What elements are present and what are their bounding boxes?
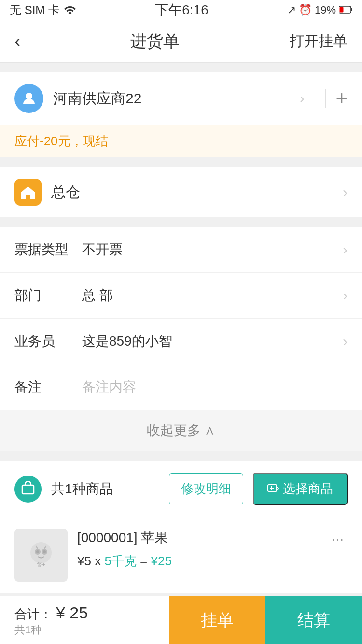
svg-point-6 bbox=[30, 542, 52, 563]
battery-icon bbox=[339, 4, 352, 16]
back-button[interactable]: ‹ bbox=[14, 31, 20, 52]
department-value: 总 部 bbox=[82, 286, 343, 305]
ticket-type-chevron-icon: › bbox=[343, 241, 348, 258]
add-supplier-button[interactable]: + bbox=[335, 88, 348, 109]
alarm-icon: ⏰ bbox=[299, 4, 312, 16]
product-equals: = bbox=[137, 554, 151, 568]
product-item: 督+ [0000001] 苹果 ¥5 x 5千克 = ¥25 ··· bbox=[0, 517, 362, 593]
ticket-type-label: 票据类型 bbox=[14, 240, 82, 259]
bottom-bar: 合计： ¥ 25 共1种 挂单 结算 bbox=[0, 596, 362, 644]
svg-rect-1 bbox=[351, 8, 353, 11]
department-label: 部门 bbox=[14, 286, 82, 305]
supplier-row[interactable]: 河南供应商22 › + bbox=[0, 72, 362, 125]
supplier-name: 河南供应商22 bbox=[53, 89, 300, 109]
svg-point-9 bbox=[36, 550, 39, 553]
salesperson-chevron-icon: › bbox=[343, 333, 348, 350]
product-name: [0000001] 苹果 bbox=[77, 529, 318, 547]
section-gap-4 bbox=[0, 451, 362, 461]
product-unit-price: ¥5 x bbox=[77, 554, 104, 568]
total-label: 合计： bbox=[14, 606, 52, 623]
warehouse-chevron-icon: › bbox=[343, 184, 348, 200]
remark-row[interactable]: 备注 备注内容 bbox=[0, 364, 362, 410]
page-title: 进货单 bbox=[130, 30, 180, 53]
warehouse-icon bbox=[14, 179, 42, 206]
status-bar: 无 SIM 卡 下午6:16 ↗ ⏰ 19% bbox=[0, 0, 362, 20]
select-product-button[interactable]: 选择商品 bbox=[253, 473, 348, 505]
divider bbox=[325, 89, 326, 108]
hang-button[interactable]: 挂单 bbox=[169, 596, 265, 644]
salesperson-row[interactable]: 业务员 这是859的小智 › bbox=[0, 319, 362, 364]
location-icon: ↗ bbox=[287, 4, 296, 16]
svg-point-10 bbox=[43, 550, 46, 553]
ticket-type-row[interactable]: 票据类型 不开票 › bbox=[0, 227, 362, 273]
product-count-icon bbox=[14, 476, 42, 503]
svg-rect-2 bbox=[340, 7, 344, 13]
supplier-avatar bbox=[14, 84, 43, 113]
status-left: 无 SIM 卡 bbox=[10, 2, 76, 18]
product-count-text: 共1种商品 bbox=[51, 480, 159, 498]
product-code: [0000001] bbox=[77, 530, 141, 545]
product-quantity: 5千克 bbox=[104, 554, 136, 568]
remark-label: 备注 bbox=[14, 378, 82, 396]
open-hang-button[interactable]: 打开挂单 bbox=[290, 31, 348, 51]
status-right: ↗ ⏰ 19% bbox=[287, 4, 352, 16]
svg-text:督+: 督+ bbox=[37, 561, 45, 567]
battery-percent: 19% bbox=[315, 4, 336, 16]
remark-value: 备注内容 bbox=[82, 378, 348, 396]
more-options-button[interactable]: ··· bbox=[328, 529, 348, 549]
supplier-chevron-icon: › bbox=[300, 91, 304, 106]
department-chevron-icon: › bbox=[343, 287, 348, 304]
warehouse-row[interactable]: 总仓 › bbox=[0, 167, 362, 217]
nav-bar: ‹ 进货单 打开挂单 bbox=[0, 20, 362, 63]
product-title: 苹果 bbox=[141, 530, 168, 545]
product-header: 共1种商品 修改明细 选择商品 bbox=[0, 461, 362, 517]
section-gap-3 bbox=[0, 217, 362, 227]
product-thumbnail: 督+ bbox=[14, 529, 68, 582]
product-info: [0000001] 苹果 ¥5 x 5千克 = ¥25 bbox=[77, 529, 318, 570]
section-gap-2 bbox=[0, 157, 362, 167]
product-price: ¥5 x 5千克 = ¥25 bbox=[77, 553, 318, 570]
svg-point-3 bbox=[26, 93, 32, 99]
form-card: 票据类型 不开票 › 部门 总 部 › 业务员 这是859的小智 › 备注 备注… bbox=[0, 227, 362, 410]
ticket-type-value: 不开票 bbox=[82, 240, 343, 259]
checkout-button[interactable]: 结算 bbox=[265, 596, 362, 644]
supplier-card: 河南供应商22 › + 应付-20元，现结 bbox=[0, 72, 362, 157]
warehouse-name: 总仓 bbox=[51, 182, 343, 202]
select-product-label: 选择商品 bbox=[283, 480, 333, 497]
salesperson-label: 业务员 bbox=[14, 332, 82, 350]
product-card: 共1种商品 修改明细 选择商品 督+ bbox=[0, 461, 362, 593]
total-section: 合计： ¥ 25 共1种 bbox=[0, 596, 169, 644]
product-total: ¥25 bbox=[151, 554, 171, 568]
edit-detail-button[interactable]: 修改明细 bbox=[169, 473, 243, 504]
total-amount: ¥ 25 bbox=[56, 603, 88, 622]
status-time: 下午6:16 bbox=[155, 1, 209, 19]
section-gap-1 bbox=[0, 63, 362, 72]
wifi-icon bbox=[64, 3, 76, 17]
svg-rect-4 bbox=[22, 485, 34, 494]
payment-hint: 应付-20元，现结 bbox=[0, 125, 362, 157]
department-row[interactable]: 部门 总 部 › bbox=[0, 273, 362, 319]
collapse-button[interactable]: 收起更多 ∧ bbox=[0, 410, 362, 451]
warehouse-card: 总仓 › bbox=[0, 167, 362, 217]
sim-text: 无 SIM 卡 bbox=[10, 2, 60, 18]
salesperson-value: 这是859的小智 bbox=[82, 332, 343, 350]
total-count: 共1种 bbox=[14, 623, 154, 637]
